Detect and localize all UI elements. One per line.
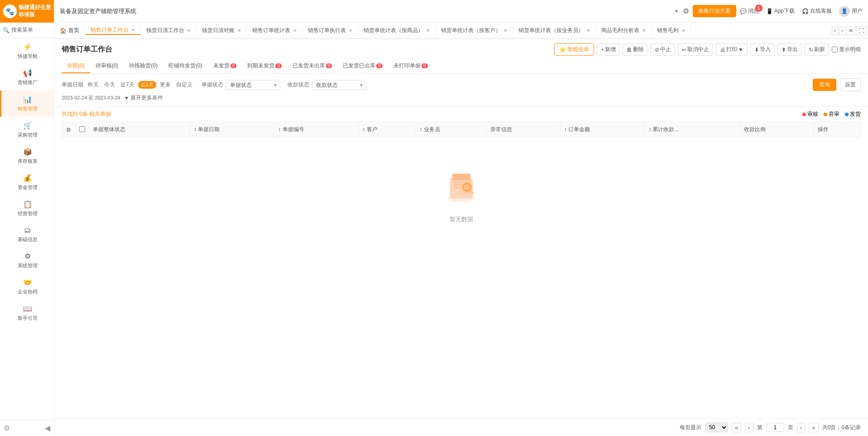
tab-close-icon[interactable]: ✕ <box>642 28 646 33</box>
expand-conditions-button[interactable]: ▼ 展开更多条件 <box>124 94 163 102</box>
tab-sales-profit[interactable]: 销售毛利 ✕ <box>652 27 691 34</box>
tab-scroll-left-button[interactable]: ‹ <box>832 26 838 35</box>
th-amount[interactable]: ↕ 订单金额 <box>560 122 644 137</box>
ops-icon: 📋 <box>23 200 32 209</box>
tab-close-icon[interactable]: ✕ <box>426 28 430 33</box>
select-all-checkbox[interactable] <box>79 126 85 132</box>
sidebar-item-ops[interactable]: 📋 经营管理 <box>0 195 54 222</box>
sidebar-item-quick-nav[interactable]: ⚡ 快捷导航 <box>0 38 54 64</box>
ship-summary-btn[interactable]: 发货 <box>845 110 861 118</box>
basic-icon: 🗂 <box>24 226 31 234</box>
show-detail-input[interactable] <box>832 47 838 52</box>
user-menu[interactable]: 👤 用户 <box>839 6 863 17</box>
th-staff[interactable]: ↕ 业务员 <box>416 122 486 137</box>
settings-icon[interactable]: ⚙ <box>4 424 10 432</box>
page-size-select[interactable]: 50 100 200 <box>705 422 728 432</box>
prev-page-button[interactable]: ‹ <box>745 423 753 432</box>
status-select[interactable]: 单据状态 <box>226 80 280 90</box>
sidebar-item-guide[interactable]: 📖 新手引导 <box>0 300 54 326</box>
date-opt-1month[interactable]: 近1月 <box>138 81 156 89</box>
th-number[interactable]: ↕ 单据编号 <box>274 122 359 137</box>
th-customer[interactable]: ↕ 客户 <box>359 122 416 137</box>
sub-tab-pending-inspect[interactable]: 待拣验货(0) <box>124 59 163 73</box>
next-page-button[interactable]: › <box>797 423 805 432</box>
tab-sales-order-stats[interactable]: 销售订单统计表 ✕ <box>247 27 302 34</box>
date-opt-7days[interactable]: 近7天 <box>119 80 136 90</box>
cancel-approve-summary-btn[interactable]: 弃审 <box>824 110 839 118</box>
date-opt-today[interactable]: 今天 <box>102 80 117 90</box>
tab-sales-order-exec[interactable]: 销售订单执行表 ✕ <box>302 27 358 34</box>
sub-tab-all[interactable]: 全部(0) <box>62 59 90 73</box>
online-service-item[interactable]: 🎧 在线客服 <box>802 7 832 15</box>
tab-close-icon[interactable]: ✕ <box>349 28 352 33</box>
tab-close-icon[interactable]: ✕ <box>586 28 590 33</box>
app-download-item[interactable]: 📱 App下载 <box>766 7 795 15</box>
industry-solution-button[interactable]: 体验行业方案 <box>693 5 736 17</box>
show-detail-checkbox[interactable]: 显示明细 <box>832 46 861 53</box>
date-opt-custom[interactable]: 自定义 <box>174 80 194 90</box>
sidebar-item-finance[interactable]: 💰 资金管理 <box>0 169 54 195</box>
message-item[interactable]: 💬 消息 6 <box>740 7 759 15</box>
approve-summary-btn[interactable]: 审核 <box>802 110 818 118</box>
tab-close-icon[interactable]: ✕ <box>293 28 297 33</box>
last-page-button[interactable]: » <box>809 423 818 432</box>
sub-tab-not-shipped[interactable]: 未发货0 <box>208 59 242 73</box>
tab-close-icon[interactable]: ✕ <box>131 28 135 33</box>
first-page-button[interactable]: « <box>732 423 741 432</box>
smart-order-button[interactable]: ⭐ 智能生单 <box>554 43 594 56</box>
filter-date-item: 单据日期 昨天 今天 近7天 近1月 更多 自定义 <box>62 80 194 90</box>
sub-tab-not-printed[interactable]: 未打印单据0 <box>388 59 433 73</box>
date-opt-more[interactable]: 更多 <box>158 80 173 90</box>
sidebar-search[interactable]: 🔍 搜索菜单 <box>0 23 54 38</box>
stop-button[interactable]: ⊘ 中止 <box>651 43 675 56</box>
add-button[interactable]: + 新增 <box>597 43 620 56</box>
setting-button[interactable]: 设置 <box>840 78 861 91</box>
th-action: 操作 <box>814 122 861 137</box>
sidebar-item-sales[interactable]: 📊 销售管理 <box>0 90 54 117</box>
tab-product-margin[interactable]: 商品毛利分析表 ✕ <box>596 27 652 34</box>
dropdown-icon[interactable]: ▼ <box>674 8 679 14</box>
th-settings[interactable]: ⚙ <box>62 122 76 137</box>
settings-topbar-icon[interactable]: ⚙ <box>683 7 689 15</box>
tab-sales-stats-customer[interactable]: 销货单统计表（按客户） ✕ <box>436 27 513 34</box>
tab-scroll-right-button[interactable]: › <box>839 26 845 35</box>
tab-close-all-button[interactable]: ✕ <box>846 26 855 35</box>
page-content: 销售订单工作台 ⭐ 智能生单 + 新增 🗑 删除 ⊘ 中止 <box>54 39 868 436</box>
sidebar-item-purchase[interactable]: 🛒 采购管理 <box>0 117 54 143</box>
tab-cash-reconcile[interactable]: 钱货日清对账 ✕ <box>197 27 247 34</box>
tab-sales-stats-staff[interactable]: 销货单统计表（按业务员） ✕ <box>513 27 596 34</box>
sub-tab-pending-review[interactable]: 待审核(0) <box>90 59 124 73</box>
export-button[interactable]: ⬆ 导出 <box>777 43 802 56</box>
tab-home[interactable]: 🏠 首页 <box>54 27 85 34</box>
th-collected[interactable]: ↕ 累计收款... <box>645 122 740 137</box>
tab-sales-order-workbench[interactable]: 销售订单工作台 ✕ <box>85 26 141 35</box>
collapse-icon[interactable]: ◀ <box>45 424 50 432</box>
import-button[interactable]: ⬇ 导入 <box>750 43 775 56</box>
tab-close-icon[interactable]: ✕ <box>504 28 507 33</box>
delete-button[interactable]: 🗑 删除 <box>623 43 648 56</box>
th-date[interactable]: ↕ 单据日期 <box>190 122 274 137</box>
tab-close-icon[interactable]: ✕ <box>187 28 191 33</box>
sub-tab-shipped-out[interactable]: 已发货已出库0 <box>337 59 388 73</box>
sub-tab-overdue[interactable]: 到期未发货0 <box>242 59 287 73</box>
print-button[interactable]: 🖨 打印 ▼ <box>716 43 748 56</box>
sidebar-item-marketing[interactable]: 📢 营销推广 <box>0 64 54 90</box>
sidebar-item-basic[interactable]: 🗂 基础信息 <box>0 222 54 247</box>
sub-tab-wangpu[interactable]: 旺铺待发货(0) <box>163 59 208 73</box>
refresh-button[interactable]: ↻ 刷新 <box>805 43 829 56</box>
sidebar-item-inventory[interactable]: 📦 库存核算 <box>0 143 54 169</box>
th-checkbox[interactable] <box>76 122 89 137</box>
cancel-stop-button[interactable]: ↩ 取消中止 <box>678 43 713 56</box>
tab-close-icon[interactable]: ✕ <box>681 28 685 33</box>
tab-maximize-button[interactable]: ⛶ <box>856 26 866 35</box>
sub-tab-shipped-not-out[interactable]: 已发货未出库0 <box>287 59 338 73</box>
tab-sales-stats-product[interactable]: 销货单统计表（按商品） ✕ <box>358 27 436 34</box>
tab-close-icon[interactable]: ✕ <box>237 28 241 33</box>
sidebar-item-enterprise[interactable]: 🤝 企业协同 <box>0 274 54 300</box>
page-number-input[interactable] <box>766 423 784 432</box>
query-button[interactable]: 查询 <box>813 79 836 91</box>
date-opt-yesterday[interactable]: 昨天 <box>86 80 101 90</box>
payment-select[interactable]: 收款状态 <box>312 80 366 90</box>
sidebar-item-system[interactable]: ⚙ 系统管理 <box>0 247 54 274</box>
tab-cash-daily[interactable]: 钱货日清工作台 ✕ <box>141 27 197 34</box>
